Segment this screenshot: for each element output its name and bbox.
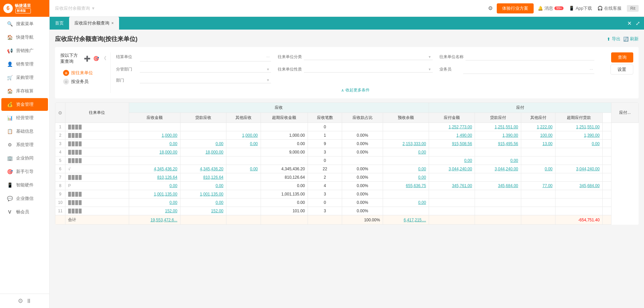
collapse-arrow-icon: ∧ (341, 88, 344, 93)
dept-label: 部门 (116, 78, 138, 83)
table-row: 9████1,001,135.001,001,135.001,001,135.0… (55, 190, 639, 199)
main-area: 应收应付余额查询 ▼ ⚙ 体验行业方案 🔔 消息 99+ 📱 App下载 🎧 在… (50, 0, 644, 308)
app-icon: 📱 (569, 6, 574, 11)
salesperson-input[interactable] (465, 66, 590, 73)
sidebar-item-smart-hw[interactable]: 📱 智能硬件 (1, 179, 48, 191)
branch-dept-select[interactable]: ▼ (140, 67, 271, 73)
branch-dept-label: 分管部门 (116, 67, 138, 72)
dept-select[interactable]: ▼ (140, 77, 271, 83)
sidebar-item-inventory[interactable]: 🏠 库存核算 (1, 85, 48, 97)
sidebar-item-purchase[interactable]: 🛒 采购管理 (1, 71, 48, 84)
query-btn[interactable]: 查询 (611, 52, 633, 62)
partner-category-select[interactable]: ▼ (304, 54, 433, 60)
partner-cell: ████ (65, 173, 129, 182)
search-menu-icon: 🔍 (7, 21, 13, 27)
sidebar-item-finance[interactable]: 💰 资金管理 (1, 98, 48, 111)
filter-collapse-schemes-btn[interactable]: 《 (102, 55, 106, 61)
filter-panel-inner: 按以下方案查询 ➕ 🎯 《 ⊕ 按往来单位 ⊙ 按业务员 (60, 52, 633, 93)
settings-btn[interactable]: 设置 (610, 64, 633, 75)
table-body: 1████01,252,773.001,251,551.001,222.001,… (55, 123, 639, 215)
tab-expand-icon[interactable]: ⤢ (634, 19, 641, 28)
page-actions: ⬆ 导出 🔄 刷新 (607, 36, 639, 42)
sidebar-item-quick-nav[interactable]: 🏠 快捷导航 (1, 31, 48, 44)
total-rec-ratio: 100.00% (342, 215, 383, 225)
sidebar-item-label: 库存核算 (16, 88, 34, 94)
total-advance[interactable]: 6,417,215.... (383, 215, 429, 225)
sidebar-item-system[interactable]: ⚙ 系统管理 (1, 138, 48, 151)
home-tab-label: 首页 (55, 20, 64, 26)
col-payable-group: 应付 (429, 103, 611, 113)
sidebar-item-label: 基础信息 (16, 128, 34, 134)
col-rec-amount: 应收金额 (129, 113, 180, 123)
filter-actions-col: 查询 设置 (600, 52, 633, 93)
sidebar-item-label: 采购管理 (16, 75, 34, 81)
sidebar-item-corp-wx[interactable]: 💬 企业微信 (1, 192, 48, 205)
scheme-by-partner[interactable]: ⊕ 按往来单位 (60, 69, 106, 77)
sidebar-item-label: 畅会员 (16, 209, 29, 215)
table-row: 11████152.00152.00101.0030.00% (55, 207, 639, 215)
tab-home[interactable]: 首页 (50, 17, 69, 30)
col-other-rec: 其他应收 (226, 113, 261, 123)
sidebar-item-guide[interactable]: 🎯 新手引导 (1, 165, 48, 178)
sidebar-collapse-btn[interactable]: ⏸ (26, 298, 32, 305)
col-rec-count: 应收笔数 (308, 113, 342, 123)
export-icon: ⬆ (607, 37, 610, 42)
sidebar-item-basic-info[interactable]: 📋 基础信息 (1, 125, 48, 138)
filter-partner-category: 往来单位分类 ▼ (278, 52, 433, 61)
total-label: 合计 (65, 215, 129, 225)
notifications-btn[interactable]: 🔔 消息 99+ (538, 5, 564, 11)
finance-icon: 💰 (7, 102, 13, 107)
total-rec-amount[interactable]: 19,553,472.6... (129, 215, 180, 225)
sidebar-item-search-menu[interactable]: 🔍 搜索菜单 (1, 17, 48, 30)
notification-badge: 99+ (554, 6, 564, 10)
sidebar-item-operations[interactable]: 📊 经营管理 (1, 112, 48, 124)
filter-panel: 按以下方案查询 ➕ 🎯 《 ⊕ 按往来单位 ⊙ 按业务员 (55, 47, 639, 98)
sidebar-item-label: 销售管理 (16, 61, 34, 67)
header-gear-icon[interactable]: ⚙ (488, 5, 493, 11)
sidebar-item-label: 企业微信 (16, 195, 34, 202)
partner-cell: √ (65, 165, 129, 173)
export-btn[interactable]: ⬆ 导出 (607, 36, 621, 42)
filter-target-btn[interactable]: 🎯 (93, 56, 99, 61)
sidebar-item-corp-collab[interactable]: 🏢 企业协同 (1, 152, 48, 165)
table-row: 2████1,000.001,000.001,000.0010.00%1,490… (55, 131, 639, 140)
table-footer: 合计 19,553,472.6... 100.00% 6,417,215....… (55, 215, 639, 225)
settlement-unit-ellipsis[interactable]: ··· (266, 54, 270, 59)
breadcrumb-arrow: ▼ (91, 6, 95, 11)
app-download-btn[interactable]: 📱 App下载 (569, 5, 592, 11)
tab-close-icon[interactable]: × (111, 21, 114, 26)
filter-add-btn[interactable]: ➕ (84, 55, 91, 62)
bell-icon: 🔔 (538, 6, 543, 11)
header-actions: 🔔 消息 99+ 📱 App下载 🎧 在线客服 Rit (538, 5, 639, 12)
scheme-by-salesperson[interactable]: ⊙ 按业务员 (60, 77, 106, 86)
filter-dept: 部门 ▼ (116, 77, 271, 83)
salesperson-ellipsis[interactable]: ··· (590, 67, 593, 72)
tab-active[interactable]: 应收应付余额查询 × (69, 17, 119, 30)
col-advance: 预收余额 (383, 113, 429, 123)
tab-bar: 首页 应收应付余额查询 × ✕ ⤢ (50, 17, 644, 30)
operations-icon: 📊 (7, 115, 13, 121)
filter-collapse-row[interactable]: ∧ 收起更多条件 (116, 87, 594, 93)
vip-icon: V (7, 209, 13, 215)
settlement-unit-label: 结算单位 (116, 54, 138, 60)
filter-header-label: 按以下方案查询 (60, 52, 81, 64)
online-service-btn[interactable]: 🎧 在线客服 (597, 5, 622, 11)
scheme-salesperson-label: 按业务员 (71, 79, 89, 85)
sidebar-item-sales[interactable]: 👤 销售管理 (1, 58, 48, 71)
table-settings-icon[interactable]: ⚙ (58, 110, 62, 116)
partner-nature-select[interactable]: ▼ (304, 67, 433, 73)
sidebar-logo: 6 畅捷通里 标准版 (0, 0, 49, 17)
partner-name-input[interactable] (466, 53, 594, 60)
settlement-unit-input[interactable] (141, 53, 266, 60)
table-total-row: 合计 19,553,472.6... 100.00% 6,417,215....… (55, 215, 639, 225)
sidebar-item-marketing[interactable]: 📢 营销推广 (1, 44, 48, 57)
sidebar-item-vip[interactable]: V 畅会员 (1, 206, 48, 218)
trial-btn[interactable]: 体验行业方案 (497, 3, 534, 13)
sidebar-item-label: 智能硬件 (16, 182, 34, 188)
data-table: ⚙ 往来单位 应收 应付 应付... 应收金额 贷款应收 其他应收 超期应收金额… (55, 102, 639, 225)
tab-close-window-icon[interactable]: ✕ (626, 19, 633, 28)
refresh-btn[interactable]: 🔄 刷新 (623, 36, 639, 42)
sidebar-settings-btn[interactable]: ⚙ (18, 297, 23, 305)
active-tab-label: 应收应付余额查询 (74, 20, 109, 26)
filter-scheme-col: 按以下方案查询 ➕ 🎯 《 ⊕ 按往来单位 ⊙ 按业务员 (60, 52, 111, 93)
